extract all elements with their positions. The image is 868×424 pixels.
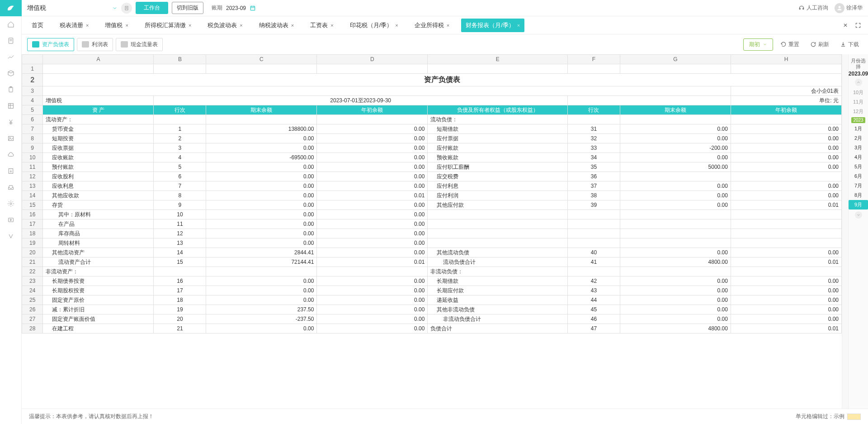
cell[interactable]: 0.00	[731, 314, 841, 324]
cell[interactable]: 在产品	[43, 219, 154, 229]
cell[interactable]	[731, 64, 841, 74]
cell[interactable]: 138800.00	[206, 124, 317, 134]
cell[interactable]: 单位: 元	[731, 96, 841, 105]
tab[interactable]: 税表清册×	[55, 19, 93, 32]
month-item[interactable]: 2月	[854, 133, 862, 143]
cell[interactable]: 0.00	[620, 295, 731, 305]
tab-close-icon[interactable]: ×	[330, 23, 333, 28]
cell[interactable]: 应付账款	[428, 143, 567, 153]
cell[interactable]	[43, 64, 154, 74]
row-header[interactable]: 9	[22, 143, 43, 153]
tab[interactable]: 增值税×	[100, 19, 132, 32]
cell[interactable]: 0.00	[317, 276, 428, 286]
cell[interactable]: 0.00	[206, 191, 317, 200]
cell[interactable]: 流动负债：	[428, 115, 567, 124]
cell[interactable]	[567, 229, 620, 238]
row-header[interactable]: 11	[22, 162, 43, 172]
cell[interactable]	[620, 210, 731, 219]
cell[interactable]: 0.00	[731, 276, 841, 286]
cell[interactable]	[620, 238, 731, 248]
cell[interactable]: 237.50	[206, 305, 317, 314]
cell[interactable]: 0.00	[620, 191, 731, 200]
cell[interactable]: 周转材料	[43, 238, 154, 248]
cell[interactable]: 39	[567, 200, 620, 210]
cell[interactable]: 0.00	[206, 286, 317, 295]
month-item[interactable]: 4月	[854, 152, 862, 162]
cell[interactable]: 年初余额	[731, 105, 841, 115]
cell[interactable]: 0.00	[317, 153, 428, 162]
cell[interactable]: 短期投资	[43, 134, 154, 143]
subtab[interactable]: 利润表	[77, 38, 113, 51]
cell[interactable]: 0.00	[206, 134, 317, 143]
cell[interactable]: 应收账款	[43, 153, 154, 162]
chevron-down-icon[interactable]	[112, 5, 118, 11]
cell[interactable]: 应收利息	[43, 181, 154, 191]
row-header[interactable]: 10	[22, 153, 43, 162]
consult-button[interactable]: 人工咨询	[798, 4, 828, 12]
nav-cloud-icon[interactable]	[0, 147, 22, 163]
cell[interactable]: 其他流动资产	[43, 248, 154, 257]
row-header[interactable]: 23	[22, 276, 43, 286]
cell[interactable]	[206, 115, 317, 124]
cell[interactable]: 其他流动负债	[428, 248, 567, 257]
nav-settings-icon[interactable]	[0, 195, 22, 212]
calendar-icon[interactable]	[250, 5, 256, 11]
row-header[interactable]: 26	[22, 305, 43, 314]
cell[interactable]: 0.00	[317, 134, 428, 143]
cell[interactable]: 资产负债表	[43, 74, 842, 86]
cell[interactable]: 0.00	[620, 248, 731, 257]
row-header[interactable]: 28	[22, 324, 43, 333]
nav-box-icon[interactable]	[0, 65, 22, 81]
col-header[interactable]: E	[428, 55, 567, 64]
cell[interactable]: 8	[154, 191, 206, 200]
cell[interactable]: 9	[154, 200, 206, 210]
cell[interactable]: 46	[567, 314, 620, 324]
cell[interactable]: 0.00	[731, 286, 841, 295]
cell[interactable]: 货币资金	[43, 124, 154, 134]
cell[interactable]: 0.00	[620, 124, 731, 134]
cell[interactable]	[731, 210, 841, 219]
tab-close-icon[interactable]: ×	[447, 23, 449, 28]
cell[interactable]: 负债及所有者权益（或股东权益）	[428, 105, 567, 115]
cell[interactable]: 3	[154, 143, 206, 153]
cell[interactable]	[731, 238, 841, 248]
tab[interactable]: 印花税（月/季）×	[345, 19, 403, 32]
nav-yen-icon[interactable]	[0, 114, 22, 130]
cell[interactable]: 负债合计	[428, 324, 567, 333]
cell[interactable]: 期末余额	[206, 105, 317, 115]
tab-close-icon[interactable]: ×	[86, 23, 89, 28]
cell[interactable]: 非流动负债：	[428, 267, 567, 276]
cell[interactable]: 0.00	[731, 124, 841, 134]
tab[interactable]: 首页	[27, 19, 48, 32]
cell[interactable]: 0.00	[731, 295, 841, 305]
col-header[interactable]: H	[731, 55, 841, 64]
cell[interactable]: 10	[154, 210, 206, 219]
cell[interactable]: 0.00	[206, 324, 317, 333]
month-item[interactable]: 6月	[854, 172, 862, 181]
col-header[interactable]: F	[567, 55, 620, 64]
tab[interactable]: 所得税汇算清缴×	[140, 19, 196, 32]
cell[interactable]: 应收股利	[43, 172, 154, 181]
cell[interactable]: 非流动资产：	[43, 267, 154, 276]
cell[interactable]: 34	[567, 153, 620, 162]
cell[interactable]: 0.00	[317, 305, 428, 314]
cell[interactable]: 0.00	[731, 305, 841, 314]
sheet-corner[interactable]	[22, 55, 43, 64]
cell[interactable]: 0.00	[206, 172, 317, 181]
cell[interactable]	[567, 96, 731, 105]
cell[interactable]: 行次	[154, 105, 206, 115]
cell[interactable]: 4800.00	[620, 257, 731, 267]
cell[interactable]: 0.00	[620, 286, 731, 295]
row-header[interactable]: 16	[22, 210, 43, 219]
cell[interactable]	[428, 219, 567, 229]
cell[interactable]: 2844.41	[206, 248, 317, 257]
cell[interactable]: 其他应付款	[428, 200, 567, 210]
cell[interactable]: 0.00	[731, 134, 841, 143]
row-header[interactable]: 1	[22, 64, 43, 74]
switch-old-button[interactable]: 切到旧版	[172, 2, 203, 14]
cell[interactable]: 期末余额	[620, 105, 731, 115]
row-header[interactable]: 19	[22, 238, 43, 248]
row-header[interactable]: 25	[22, 295, 43, 305]
row-header[interactable]: 12	[22, 172, 43, 181]
cell[interactable]: 7	[154, 181, 206, 191]
